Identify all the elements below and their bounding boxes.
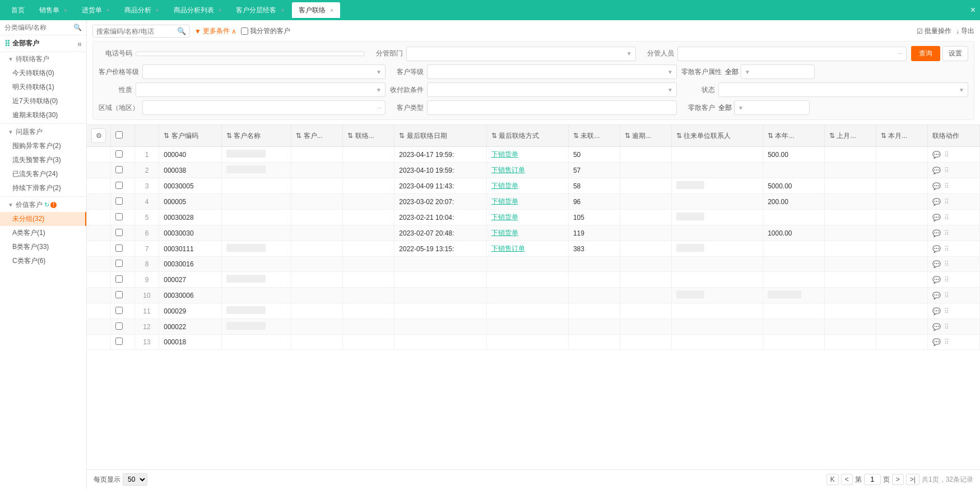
sidebar-search-icon[interactable]: 🔍 [73, 24, 82, 31]
col-last-method[interactable]: ⇅ 最后联络方式 [486, 125, 568, 147]
grid-action-icon[interactable]: ⠿ [944, 214, 949, 222]
row-check[interactable] [111, 194, 135, 210]
prev-page-btn[interactable]: < [841, 474, 853, 485]
retail-attr-select[interactable]: ▼ [741, 64, 815, 79]
dept-select[interactable]: ▼ [406, 47, 635, 61]
sidebar-item-overdue[interactable]: 逾期未联络(30) [0, 108, 86, 122]
sidebar-item-tomorrow[interactable]: 明天待联络(1) [0, 80, 86, 94]
grid-action-icon[interactable]: ⠿ [944, 151, 949, 159]
row-checkbox[interactable] [115, 245, 123, 252]
search-button[interactable]: 查询 [911, 46, 940, 61]
group-value-customers[interactable]: ▼ 价值客户 ↻ ! [0, 198, 86, 212]
row-checkbox[interactable] [115, 150, 123, 158]
tab-product-analysis-close[interactable]: × [156, 7, 159, 13]
batch-op-btn[interactable]: ☑ 批量操作 [917, 26, 951, 36]
status-select[interactable]: ▼ [718, 82, 968, 97]
row-last-method[interactable] [486, 272, 568, 288]
grid-action-icon[interactable]: ⠿ [944, 323, 949, 331]
chat-icon[interactable]: 💬 [932, 292, 941, 299]
col-contact-person[interactable]: ⇅ 往来单位联系人 [671, 125, 763, 147]
sidebar-item-declining[interactable]: 持续下滑客户(2) [0, 181, 86, 195]
region-select[interactable]: ··· [142, 100, 386, 115]
row-check[interactable] [111, 178, 135, 194]
row-last-method[interactable]: 下销货单 [486, 147, 568, 163]
row-last-method[interactable]: 下销货单 [486, 225, 568, 241]
col-gear[interactable]: ⚙ [87, 125, 111, 147]
page-size-select[interactable]: 50 [123, 473, 147, 486]
payment-select[interactable]: ▼ [427, 82, 677, 97]
col-this-year[interactable]: ⇅ 本年... [763, 125, 825, 147]
filter-search-input[interactable] [96, 27, 175, 35]
grid-action-icon[interactable]: ⠿ [944, 292, 949, 299]
row-check[interactable] [111, 147, 135, 163]
row-last-method[interactable]: 下销货单 [486, 178, 568, 194]
tab-customer-contact-close[interactable]: × [330, 7, 333, 13]
last-method-link[interactable]: 下销货单 [491, 150, 518, 158]
grid-action-icon[interactable]: ⠿ [944, 198, 949, 206]
tab-purchase[interactable]: 进货单 × [75, 2, 117, 18]
sidebar-item-c-class[interactable]: C类客户(6) [0, 254, 86, 268]
select-all-checkbox[interactable] [115, 131, 123, 139]
col-check[interactable] [111, 125, 135, 147]
close-all-tabs[interactable]: × [970, 5, 976, 15]
sidebar-item-ungroup[interactable]: 未分组(32) [0, 212, 86, 226]
price-level-select[interactable]: ▼ [142, 64, 386, 79]
my-customers-check[interactable] [241, 27, 248, 35]
retail-customer-select[interactable]: ▼ [734, 100, 810, 115]
phone-input[interactable] [136, 52, 365, 56]
chat-icon[interactable]: 💬 [932, 182, 941, 190]
grid-action-icon[interactable]: ⠿ [944, 182, 949, 190]
row-check[interactable] [111, 241, 135, 257]
sidebar-item-b-class[interactable]: B类客户(33) [0, 240, 86, 254]
sidebar-item-abnormal[interactable]: 囤购异常客户(2) [0, 139, 86, 153]
person-select[interactable]: ··· [677, 47, 907, 61]
chat-icon[interactable]: 💬 [932, 245, 941, 253]
chat-icon[interactable]: 💬 [932, 307, 941, 315]
col-name[interactable]: ⇅ 客户名称 [222, 125, 291, 147]
grid-action-icon[interactable]: ⠿ [944, 229, 949, 237]
group-pending-contact[interactable]: ▼ 待联络客户 [0, 52, 86, 66]
tab-sales-close[interactable]: × [64, 7, 67, 13]
tab-customer-segment[interactable]: 客户分层经客 × [229, 2, 291, 18]
col-code[interactable]: ⇅ 客户编码 [159, 125, 222, 147]
col-last-date[interactable]: ⇅ 最后联络日期 [394, 125, 486, 147]
row-last-method[interactable]: 下销售订单 [486, 241, 568, 257]
row-checkbox[interactable] [115, 166, 123, 173]
row-last-method[interactable] [486, 303, 568, 319]
sidebar-item-a-class[interactable]: A类客户(1) [0, 226, 86, 240]
row-check[interactable] [111, 257, 135, 272]
row-checkbox[interactable] [115, 307, 123, 314]
filter-search-icon[interactable]: 🔍 [177, 27, 186, 35]
last-method-link[interactable]: 下销售订单 [491, 245, 525, 252]
row-checkbox[interactable] [115, 197, 123, 205]
filter-more-btn[interactable]: ▼ 更多条件 ∧ [194, 26, 236, 36]
col-this-month[interactable]: ⇅ 本月... [876, 125, 928, 147]
col-last-month[interactable]: ⇅ 上月... [825, 125, 876, 147]
last-method-link[interactable]: 下销售订单 [491, 166, 525, 174]
last-method-link[interactable]: 下销货单 [491, 229, 518, 237]
tab-customer-contact[interactable]: 客户联络 × [292, 2, 340, 18]
col-uncontacted[interactable]: ⇅ 未联... [568, 125, 620, 147]
row-checkbox[interactable] [115, 275, 123, 283]
group-problem-customers[interactable]: ▼ 问题客户 [0, 125, 86, 139]
grid-action-icon[interactable]: ⠿ [944, 276, 949, 284]
customer-level-select[interactable]: ▼ [427, 64, 677, 79]
last-method-link[interactable]: 下销货单 [491, 197, 518, 205]
grid-action-icon[interactable]: ⠿ [944, 307, 949, 315]
chat-icon[interactable]: 💬 [932, 276, 941, 284]
tab-sales[interactable]: 销售单 × [32, 2, 74, 18]
last-method-link[interactable]: 下销货单 [491, 182, 518, 190]
chat-icon[interactable]: 💬 [932, 151, 941, 159]
gear-button[interactable]: ⚙ [91, 128, 106, 143]
tab-product-analysis-list[interactable]: 商品分析列表 × [167, 2, 229, 18]
row-check[interactable] [111, 319, 135, 335]
chat-icon[interactable]: 💬 [932, 338, 941, 346]
reset-button[interactable]: 设置 [942, 46, 968, 61]
col-overdue[interactable]: ⇅ 逾期... [620, 125, 671, 147]
export-btn[interactable]: ↓ 导出 [956, 26, 974, 36]
row-checkbox[interactable] [115, 338, 123, 345]
col-type[interactable]: ⇅ 客户... [291, 125, 343, 147]
grid-action-icon[interactable]: ⠿ [944, 245, 949, 253]
page-input[interactable] [864, 474, 881, 485]
sidebar-item-churned[interactable]: 已流失客户(24) [0, 167, 86, 181]
